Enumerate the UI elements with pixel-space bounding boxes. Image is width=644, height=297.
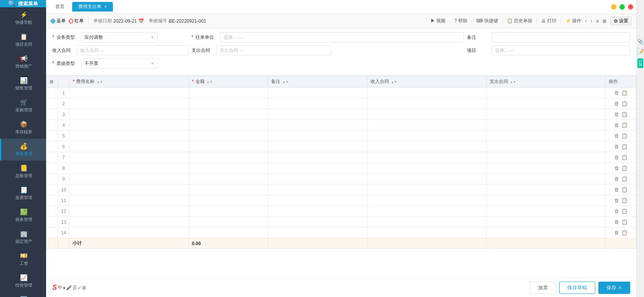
expense-contract-cell[interactable] (486, 131, 605, 141)
expense-name-cell[interactable] (70, 131, 189, 141)
amount-cell[interactable] (189, 120, 268, 131)
delete-icon[interactable]: 🗑 (614, 219, 619, 225)
amount-cell[interactable] (189, 174, 268, 184)
expense-contract-cell[interactable] (486, 227, 605, 238)
amount-cell[interactable] (189, 152, 268, 163)
amount-cell[interactable] (189, 217, 268, 227)
remark-cell[interactable] (268, 174, 367, 184)
copy-icon[interactable]: 📋 (621, 133, 627, 139)
amount-cell[interactable] (189, 163, 268, 174)
amount-cell[interactable] (189, 88, 268, 98)
delete-icon[interactable]: 🗑 (614, 111, 619, 117)
minimize-button[interactable] (611, 4, 616, 10)
save-draft-button[interactable]: 保存草稿 (559, 282, 595, 294)
amount-cell[interactable] (189, 109, 268, 120)
sidebar-item-basic-info[interactable]: ℹ️ 基础信息 (0, 292, 46, 297)
remark-input[interactable] (492, 32, 630, 42)
set-button[interactable]: ⚙ 设置 (610, 17, 632, 25)
copy-icon[interactable]: 📋 (621, 165, 627, 171)
income-contract-input[interactable]: 收入合同 ··· (77, 45, 189, 55)
remark-cell[interactable] (268, 141, 367, 152)
expense-contract-cell[interactable] (486, 195, 605, 206)
th-income-contract[interactable]: 收入合同 ▲▼ (367, 76, 486, 88)
expense-dots-icon[interactable]: ··· (240, 47, 244, 53)
amount-cell[interactable] (189, 184, 268, 195)
sidebar-item-project-contract[interactable]: 📋 项目合同 (0, 29, 46, 51)
income-contract-cell[interactable] (367, 141, 486, 152)
expense-name-cell[interactable] (70, 184, 189, 195)
copy-icon[interactable]: 📋 (621, 230, 627, 236)
expense-name-cell[interactable] (70, 152, 189, 163)
delete-icon[interactable]: 🗑 (614, 90, 619, 96)
expense-contract-cell[interactable] (486, 98, 605, 109)
amount-cell[interactable] (189, 131, 268, 141)
copy-icon[interactable]: 📋 (621, 122, 627, 128)
attachment-icon[interactable]: 📎 (637, 38, 644, 45)
sidebar-item-sales[interactable]: 📊 销售管理 (0, 73, 46, 95)
expense-name-cell[interactable] (70, 174, 189, 184)
sidebar-item-general-ledger[interactable]: 📒 总账管理 (0, 161, 46, 183)
ops-btn[interactable]: ⚡ 操作 (565, 18, 581, 24)
sidebar-header[interactable]: 🔍 搜索菜单 (0, 0, 46, 7)
sidebar-item-capital[interactable]: 💰 资金管理 (0, 139, 46, 161)
expense-name-cell[interactable] (70, 98, 189, 109)
nav-next-btn[interactable]: › (591, 18, 592, 24)
copy-icon[interactable]: 📋 (621, 90, 627, 96)
remark-cell[interactable] (268, 163, 367, 174)
discard-button[interactable]: 放弃 (530, 282, 556, 294)
income-contract-cell[interactable] (367, 131, 486, 141)
income-contract-cell[interactable] (367, 163, 486, 174)
history-btn[interactable]: 📋 历史单据 (507, 18, 532, 24)
remark-cell[interactable] (268, 152, 367, 163)
delete-icon[interactable]: 🗑 (614, 187, 619, 192)
view-grid-btn[interactable]: ⊞ (603, 18, 606, 24)
shortcut-btn[interactable]: ⌨ 快捷键 (476, 18, 498, 24)
th-settings[interactable]: ⚙ (46, 76, 58, 88)
remark-cell[interactable] (268, 131, 367, 141)
income-contract-cell[interactable] (367, 227, 486, 238)
income-contract-cell[interactable] (367, 88, 486, 98)
expense-name-cell[interactable] (70, 227, 189, 238)
expense-name-cell[interactable] (70, 88, 189, 98)
expense-name-cell[interactable] (70, 109, 189, 120)
tab-home[interactable]: 首页 (49, 2, 71, 12)
income-contract-cell[interactable] (367, 120, 486, 131)
income-contract-cell[interactable] (367, 184, 486, 195)
project-input[interactable]: 选择... ··· (492, 45, 630, 55)
remark-cell[interactable] (268, 217, 367, 227)
note-icon[interactable]: 📝 (637, 48, 644, 55)
sidebar-item-quick-nav[interactable]: ⚡ 快捷导航 (0, 7, 46, 29)
expense-contract-cell[interactable] (486, 120, 605, 131)
copy-icon[interactable]: 📋 (621, 101, 627, 106)
expense-name-cell[interactable] (70, 217, 189, 227)
income-contract-cell[interactable] (367, 217, 486, 227)
delete-icon[interactable]: 🗑 (614, 154, 619, 160)
expense-contract-cell[interactable] (486, 174, 605, 184)
copy-icon[interactable]: 📋 (621, 219, 627, 225)
maximize-button[interactable] (619, 4, 625, 10)
copy-icon[interactable]: 📋 (621, 176, 627, 182)
th-remark[interactable]: 备注 ▲▼ (268, 76, 367, 88)
sidebar-item-marketing[interactable]: 📢 营销推广 (0, 51, 46, 73)
expense-name-cell[interactable] (70, 195, 189, 206)
counterpart-dots-icon[interactable]: ··· (238, 34, 243, 40)
expense-contract-cell[interactable] (486, 109, 605, 120)
income-contract-cell[interactable] (367, 195, 486, 206)
delete-icon[interactable]: 🗑 (614, 230, 619, 236)
sidebar-item-inventory[interactable]: 📦 库存核算 (0, 117, 46, 139)
expense-contract-cell[interactable] (486, 206, 605, 217)
expense-contract-cell[interactable] (486, 163, 605, 174)
expense-contract-cell[interactable] (486, 184, 605, 195)
remark-cell[interactable] (268, 109, 367, 120)
remark-cell[interactable] (268, 184, 367, 195)
income-contract-cell[interactable] (367, 152, 486, 163)
income-contract-cell[interactable] (367, 98, 486, 109)
project-dots-icon[interactable]: ··· (510, 47, 514, 53)
th-expense-name[interactable]: * 费用名称 ▲▼ (70, 76, 189, 88)
delete-icon[interactable]: 🗑 (614, 165, 619, 171)
calendar-icon[interactable]: 📅 (138, 18, 144, 24)
business-type-select[interactable]: 应付调整 ▼ (81, 32, 158, 42)
expense-name-cell[interactable] (70, 120, 189, 131)
sidebar-item-tax[interactable]: 💹 税务管理 (0, 204, 46, 226)
delete-icon[interactable]: 🗑 (614, 144, 619, 149)
